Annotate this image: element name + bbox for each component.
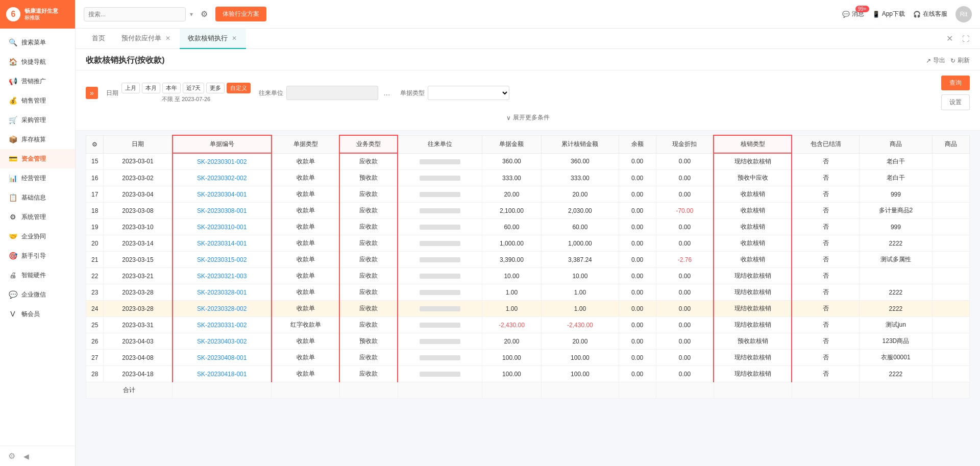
sidebar-item-collab[interactable]: 🤝 企业协同 bbox=[0, 227, 75, 246]
table-row[interactable]: 28 2023-04-18 SK-20230418-001 收款单 应收款 10… bbox=[86, 366, 970, 382]
tab-prepay-close[interactable]: ✕ bbox=[164, 34, 172, 43]
cell-included: 否 bbox=[792, 333, 860, 350]
sidebar-item-finance[interactable]: 💳 资金管理 bbox=[0, 149, 75, 168]
cell-billtype: 收款单 bbox=[272, 268, 339, 284]
th-included[interactable]: 包含已结清 bbox=[792, 135, 860, 153]
tab-writeoff-close[interactable]: ✕ bbox=[231, 34, 238, 43]
billno-link[interactable]: SK-20230315-002 bbox=[197, 256, 247, 263]
sidebar-item-sales[interactable]: 💰 销售管理 bbox=[0, 91, 75, 110]
tab-home[interactable]: 首页 bbox=[84, 29, 113, 49]
topbar-dropdown-icon[interactable]: ▾ bbox=[190, 11, 193, 18]
table-row[interactable]: 17 2023-03-04 SK-20230304-001 收款单 应收款 20… bbox=[86, 186, 970, 203]
th-partner[interactable]: 往来单位 bbox=[398, 135, 482, 153]
table-row[interactable]: 22 2023-03-21 SK-20230321-003 收款单 应收款 10… bbox=[86, 268, 970, 284]
date-btn-lastmonth[interactable]: 上月 bbox=[121, 83, 140, 93]
filter-toggle-btn[interactable]: » bbox=[86, 87, 98, 99]
table-row[interactable]: 23 2023-03-28 SK-20230328-001 收款单 应收款 1.… bbox=[86, 284, 970, 301]
th-cashdisc[interactable]: 现金折扣 bbox=[656, 135, 714, 153]
hardware-icon: 🖨 bbox=[8, 271, 17, 280]
online-service-btn[interactable]: 🎧 在线客服 bbox=[913, 10, 947, 18]
th-balance[interactable]: 余额 bbox=[619, 135, 656, 153]
billno-link[interactable]: SK-20230302-002 bbox=[197, 175, 247, 182]
table-row[interactable]: 25 2023-03-31 SK-20230331-002 红字收款单 应收款 … bbox=[86, 317, 970, 333]
th-billno[interactable]: 单据编号 bbox=[173, 135, 272, 153]
refresh-button[interactable]: ↻ 刷新 bbox=[950, 56, 970, 65]
billno-link[interactable]: SK-20230403-002 bbox=[197, 338, 247, 345]
billno-link[interactable]: SK-20230301-002 bbox=[197, 158, 247, 165]
tab-close-all-btn[interactable]: ✕ bbox=[943, 33, 955, 45]
sidebar-item-basicinfo[interactable]: 📋 基础信息 bbox=[0, 188, 75, 207]
tab-prepay[interactable]: 预付款应付单 ✕ bbox=[113, 29, 180, 49]
tab-writeoff[interactable]: 收款核销执行 ✕ bbox=[180, 29, 246, 49]
sidebar-collapse-icon[interactable]: ◀ bbox=[23, 452, 29, 460]
billno-link[interactable]: SK-20230331-002 bbox=[197, 322, 247, 329]
date-btn-thismonth[interactable]: 本月 bbox=[142, 83, 160, 93]
table-row[interactable]: 19 2023-03-10 SK-20230310-001 收款单 应收款 60… bbox=[86, 219, 970, 235]
billno-link[interactable]: SK-20230408-001 bbox=[197, 354, 247, 361]
table-row[interactable]: 27 2023-04-08 SK-20230408-001 收款单 应收款 10… bbox=[86, 350, 970, 366]
th-date[interactable]: 日期 bbox=[104, 135, 173, 153]
table-row[interactable]: 16 2023-03-02 SK-20230302-002 收款单 预收款 33… bbox=[86, 170, 970, 186]
partner-input[interactable] bbox=[286, 86, 378, 100]
sidebar-item-search[interactable]: 🔍 搜索菜单 bbox=[0, 33, 75, 52]
th-goods2[interactable]: 商品 bbox=[932, 135, 969, 153]
sidebar-item-marketing[interactable]: 📢 营销推广 bbox=[0, 71, 75, 91]
billno-link[interactable]: SK-20230328-001 bbox=[197, 289, 247, 296]
sidebar-settings-icon[interactable]: ⚙ bbox=[8, 451, 15, 461]
table-row[interactable]: 18 2023-03-08 SK-20230308-001 收款单 应收款 2,… bbox=[86, 203, 970, 219]
th-biztype[interactable]: 业务类型 bbox=[339, 135, 398, 153]
billno-link[interactable]: SK-20230328-002 bbox=[197, 305, 247, 312]
sidebar-item-purchase[interactable]: 🛒 采购管理 bbox=[0, 110, 75, 130]
date-btn-7days[interactable]: 近7天 bbox=[183, 83, 204, 93]
setting-button[interactable]: 设置 bbox=[941, 94, 970, 110]
filter-dots[interactable]: ... bbox=[381, 88, 392, 97]
table-row[interactable]: 20 2023-03-14 SK-20230314-001 收款单 应收款 1,… bbox=[86, 235, 970, 252]
th-gear[interactable]: ⚙ bbox=[86, 135, 104, 153]
billno-link[interactable]: SK-20230308-001 bbox=[197, 207, 247, 214]
topbar-gear-btn[interactable]: ⚙ bbox=[197, 7, 211, 21]
query-button[interactable]: 查询 bbox=[941, 76, 970, 90]
sidebar-item-hardware[interactable]: 🖨 智能硬件 bbox=[0, 265, 75, 285]
filter-expand-btn[interactable]: ∨ 展开更多条件 bbox=[86, 110, 970, 125]
date-btn-custom[interactable]: 自定义 bbox=[227, 83, 251, 93]
sidebar-item-system[interactable]: ⚙ 系统管理 bbox=[0, 207, 75, 227]
table-row[interactable]: 24 2023-03-28 SK-20230328-002 收款单 应收款 1.… bbox=[86, 301, 970, 317]
cell-amount: 10.00 bbox=[482, 268, 542, 284]
sidebar-item-weixin[interactable]: 💬 企业微信 bbox=[0, 285, 75, 304]
table-row[interactable]: 26 2023-04-03 SK-20230403-002 收款单 预收款 20… bbox=[86, 333, 970, 350]
topbar-search-input[interactable] bbox=[84, 7, 186, 21]
date-btn-more[interactable]: 更多 bbox=[206, 83, 225, 93]
tab-maximize-btn[interactable]: ⛶ bbox=[960, 33, 972, 45]
table-row[interactable]: 15 2023-03-01 SK-20230301-002 收款单 应收款 36… bbox=[86, 153, 970, 170]
sidebar-item-operations[interactable]: 📊 经营管理 bbox=[0, 168, 75, 188]
main-area: ▾ ⚙ 体验行业方案 💬 消息 99+ 📱 App下载 🎧 在线客服 Rit 首… bbox=[76, 0, 980, 466]
export-button[interactable]: ↗ 导出 bbox=[926, 56, 945, 65]
cell-cashdisc: 0.00 bbox=[656, 366, 714, 382]
table-row[interactable]: 21 2023-03-15 SK-20230315-002 收款单 应收款 3,… bbox=[86, 252, 970, 268]
th-writeoff[interactable]: 累计核销金额 bbox=[542, 135, 619, 153]
sidebar-item-quicknav[interactable]: 🏠 快捷导航 bbox=[0, 52, 75, 71]
date-btn-thisyear[interactable]: 本年 bbox=[162, 83, 181, 93]
th-goods1[interactable]: 商品 bbox=[860, 135, 933, 153]
cell-date: 2023-03-14 bbox=[104, 235, 173, 252]
th-amount[interactable]: 单据金额 bbox=[482, 135, 542, 153]
billno-link[interactable]: SK-20230321-003 bbox=[197, 273, 247, 280]
cell-writeoff: 360.00 bbox=[542, 153, 619, 170]
sidebar-item-guide[interactable]: 🎯 新手引导 bbox=[0, 246, 75, 265]
billno-link[interactable]: SK-20230418-001 bbox=[197, 371, 247, 378]
billno-link[interactable]: SK-20230310-001 bbox=[197, 224, 247, 231]
cell-billtype: 收款单 bbox=[272, 219, 339, 235]
billno-link[interactable]: SK-20230314-001 bbox=[197, 240, 247, 247]
solution-button[interactable]: 体验行业方案 bbox=[215, 7, 266, 21]
message-btn[interactable]: 💬 消息 99+ bbox=[842, 10, 864, 18]
sidebar-item-inventory[interactable]: 📦 库存核算 bbox=[0, 130, 75, 149]
billno-link[interactable]: SK-20230304-001 bbox=[197, 191, 247, 198]
cell-biztype: 预收款 bbox=[339, 170, 398, 186]
app-download-btn[interactable]: 📱 App下载 bbox=[872, 10, 905, 18]
th-billtype[interactable]: 单据类型 bbox=[272, 135, 339, 153]
cell-billno: SK-20230408-001 bbox=[173, 350, 272, 366]
th-writetype[interactable]: 核销类型 bbox=[714, 135, 792, 153]
user-avatar[interactable]: Rit bbox=[955, 6, 972, 22]
sidebar-item-member[interactable]: V 畅会员 bbox=[0, 304, 75, 324]
bill-type-select[interactable] bbox=[428, 86, 509, 100]
